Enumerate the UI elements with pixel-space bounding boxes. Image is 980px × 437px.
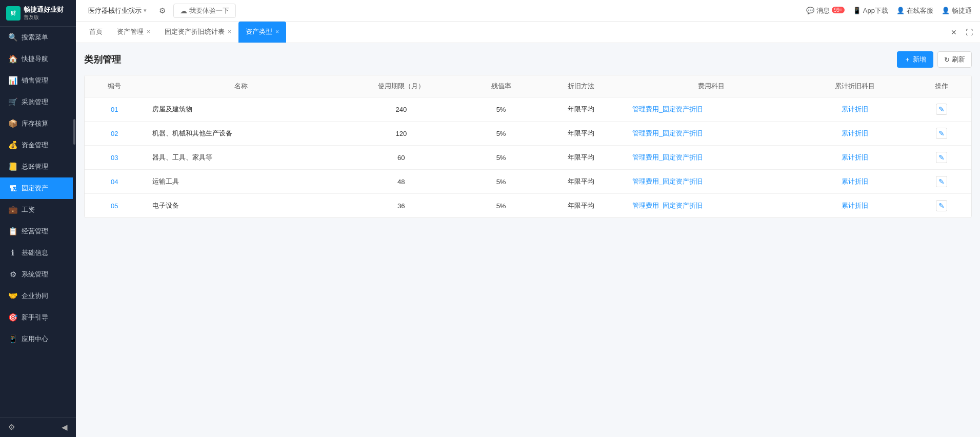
service-icon: 👤 bbox=[896, 7, 905, 14]
plus-icon: ＋ bbox=[904, 55, 911, 64]
sidebar-nav: 🔍 搜索菜单 🏠 快捷导航 📊 销售管理 🛒 采购管理 📦 库存核算 💰 bbox=[0, 27, 73, 417]
category-table: 编号 名称 使用期限（月） 残值率 折旧方法 费用科目 累计折旧科目 操作 01… bbox=[85, 75, 971, 217]
user-icon: 👤 bbox=[942, 7, 950, 14]
experience-label: 我要体验一下 bbox=[189, 6, 229, 15]
sidebar-item-system[interactable]: ⚙ 系统管理 bbox=[0, 264, 73, 285]
sidebar-label-ledger: 总账管理 bbox=[22, 162, 48, 171]
tab-report[interactable]: 固定资产折旧统计表 × bbox=[157, 22, 238, 43]
app-logo: 财 畅捷通好业财 普及版 bbox=[0, 0, 76, 27]
cell-method-3: 年限平均 bbox=[537, 146, 624, 170]
col-header-method: 折旧方法 bbox=[537, 75, 624, 97]
cell-method-2: 年限平均 bbox=[537, 122, 624, 146]
cell-expense-4: 管理费用_固定资产折旧 bbox=[624, 170, 798, 194]
sidebar: 财 畅捷通好业财 普及版 🔍 搜索菜单 🏠 快捷导航 📊 销售管理 🛒 采购管理 bbox=[0, 0, 76, 437]
tab-type[interactable]: 资产类型 × bbox=[238, 22, 286, 43]
app-icon: 📱 bbox=[853, 7, 861, 14]
sidebar-item-info[interactable]: ℹ 基础信息 bbox=[0, 242, 73, 264]
apps-icon: 📱 bbox=[8, 334, 17, 344]
sidebar-footer: ⚙ ◀ bbox=[0, 417, 76, 437]
top-left: 医疗器械行业演示 ▾ ⚙ ☁ 我要体验一下 bbox=[84, 4, 236, 18]
logo-main-text: 畅捷通好业财 bbox=[24, 6, 64, 14]
stock-icon: 📦 bbox=[8, 119, 17, 128]
col-header-accum: 累计折旧科目 bbox=[798, 75, 912, 97]
refresh-icon: ↻ bbox=[944, 56, 950, 64]
customer-service-button[interactable]: 👤 在线客服 bbox=[896, 6, 933, 15]
cell-id-1: 01 bbox=[85, 97, 144, 122]
close-tab-button[interactable]: ✕ bbox=[947, 26, 961, 39]
app-download-button[interactable]: 📱 App下载 bbox=[853, 6, 888, 15]
sidebar-item-quicknav[interactable]: 🏠 快捷导航 bbox=[0, 48, 73, 70]
salary-icon: 💼 bbox=[8, 205, 17, 214]
cell-action-1: ✎ bbox=[912, 97, 971, 122]
collapse-icon[interactable]: ◀ bbox=[62, 423, 68, 432]
sidebar-item-fixed[interactable]: 🏗 固定资产 bbox=[0, 177, 73, 199]
cell-expense-1: 管理费用_固定资产折旧 bbox=[624, 97, 798, 122]
cell-months-3: 60 bbox=[338, 146, 465, 170]
refresh-label: 刷新 bbox=[952, 55, 965, 64]
new-button[interactable]: ＋ 新增 bbox=[897, 51, 933, 68]
cell-name-4: 运输工具 bbox=[144, 170, 337, 194]
cell-accum-1: 累计折旧 bbox=[798, 97, 912, 122]
col-header-action: 操作 bbox=[912, 75, 971, 97]
edit-button-5[interactable]: ✎ bbox=[936, 200, 947, 211]
sidebar-item-stock[interactable]: 📦 库存核算 bbox=[0, 113, 73, 134]
sidebar-label-fixed: 固定资产 bbox=[22, 184, 48, 193]
ops-icon: 📋 bbox=[8, 227, 17, 236]
cell-name-3: 器具、工具、家具等 bbox=[144, 146, 337, 170]
content-area: 类别管理 ＋ 新增 ↻ 刷新 编号 名称 使用期限（月） bbox=[76, 43, 980, 437]
tab-asset-close[interactable]: × bbox=[147, 29, 150, 35]
message-button[interactable]: 💬 消息 99+ bbox=[806, 6, 845, 15]
col-header-expense: 费用科目 bbox=[624, 75, 798, 97]
edit-button-2[interactable]: ✎ bbox=[936, 128, 947, 139]
tab-home[interactable]: 首页 bbox=[82, 22, 110, 43]
cell-expense-5: 管理费用_固定资产折旧 bbox=[624, 194, 798, 218]
sidebar-item-apps[interactable]: 📱 应用中心 bbox=[0, 328, 73, 350]
tab-report-close[interactable]: × bbox=[228, 29, 231, 35]
experience-button[interactable]: ☁ 我要体验一下 bbox=[173, 4, 236, 18]
purchase-icon: 🛒 bbox=[8, 97, 17, 107]
sidebar-item-ledger[interactable]: 📒 总账管理 bbox=[0, 156, 73, 177]
message-icon: 💬 bbox=[806, 7, 814, 14]
sidebar-item-corp[interactable]: 🤝 企业协同 bbox=[0, 285, 73, 307]
sidebar-item-capital[interactable]: 💰 资金管理 bbox=[0, 134, 73, 156]
sidebar-item-sales[interactable]: 📊 销售管理 bbox=[0, 70, 73, 91]
edit-button-1[interactable]: ✎ bbox=[936, 104, 947, 115]
table-header-row: 编号 名称 使用期限（月） 残值率 折旧方法 费用科目 累计折旧科目 操作 bbox=[85, 75, 971, 97]
edit-button-3[interactable]: ✎ bbox=[936, 152, 947, 163]
sidebar-item-ops[interactable]: 📋 经营管理 bbox=[0, 221, 73, 242]
cell-method-1: 年限平均 bbox=[537, 97, 624, 122]
cell-residual-4: 5% bbox=[465, 170, 538, 194]
tab-type-close[interactable]: × bbox=[275, 29, 279, 35]
main-area: 医疗器械行业演示 ▾ ⚙ ☁ 我要体验一下 💬 消息 99+ 📱 App下载 👤… bbox=[76, 0, 980, 437]
tab-asset[interactable]: 资产管理 × bbox=[110, 22, 157, 43]
user-button[interactable]: 👤 畅捷通 bbox=[942, 6, 972, 15]
cell-id-5: 05 bbox=[85, 194, 144, 218]
sidebar-item-salary[interactable]: 💼 工资 bbox=[0, 199, 73, 221]
tab-report-label: 固定资产折旧统计表 bbox=[165, 27, 225, 36]
table-row: 01 房屋及建筑物 240 5% 年限平均 管理费用_固定资产折旧 累计折旧 ✎ bbox=[85, 97, 971, 122]
search-icon: 🔍 bbox=[8, 33, 17, 42]
ledger-icon: 📒 bbox=[8, 162, 17, 171]
cell-residual-3: 5% bbox=[465, 146, 538, 170]
cell-accum-2: 累计折旧 bbox=[798, 122, 912, 146]
sidebar-label-guide: 新手引导 bbox=[22, 313, 48, 322]
cell-expense-3: 管理费用_固定资产折旧 bbox=[624, 146, 798, 170]
cell-name-2: 机器、机械和其他生产设备 bbox=[144, 122, 337, 146]
settings-footer-icon[interactable]: ⚙ bbox=[8, 423, 15, 432]
sidebar-label-quicknav: 快捷导航 bbox=[22, 54, 48, 64]
top-right: 💬 消息 99+ 📱 App下载 👤 在线客服 👤 畅捷通 bbox=[806, 6, 972, 15]
tab-type-label: 资产类型 bbox=[246, 27, 272, 36]
sidebar-label-purchase: 采购管理 bbox=[22, 97, 48, 107]
table-row: 05 电子设备 36 5% 年限平均 管理费用_固定资产折旧 累计折旧 ✎ bbox=[85, 194, 971, 218]
cell-name-5: 电子设备 bbox=[144, 194, 337, 218]
sidebar-label-system: 系统管理 bbox=[22, 270, 48, 279]
gear-button[interactable]: ⚙ bbox=[155, 4, 169, 18]
edit-button-4[interactable]: ✎ bbox=[936, 176, 947, 187]
refresh-button[interactable]: ↻ 刷新 bbox=[937, 51, 972, 68]
sidebar-item-purchase[interactable]: 🛒 采购管理 bbox=[0, 91, 73, 113]
sidebar-item-search[interactable]: 🔍 搜索菜单 bbox=[0, 27, 73, 48]
sidebar-item-guide[interactable]: 🎯 新手引导 bbox=[0, 307, 73, 328]
industry-selector[interactable]: 医疗器械行业演示 ▾ bbox=[84, 4, 151, 17]
industry-label: 医疗器械行业演示 bbox=[88, 6, 142, 15]
expand-tab-button[interactable]: ⛶ bbox=[963, 26, 976, 39]
